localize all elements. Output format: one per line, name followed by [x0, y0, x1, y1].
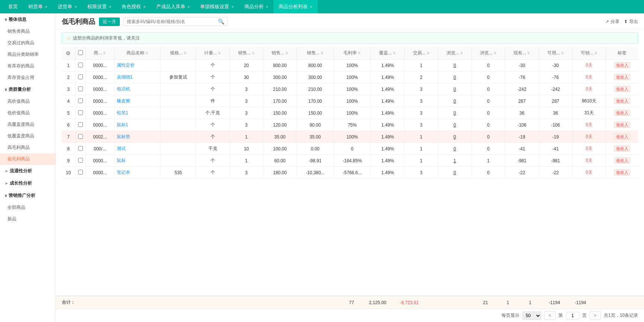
- row-sales-qty-7: 10: [230, 143, 263, 155]
- row-checkbox-8[interactable]: [75, 155, 86, 167]
- sidebar-group-liquidity[interactable]: ＞ 流通性分析: [0, 165, 55, 177]
- col-views2[interactable]: 浏览...⇅: [472, 47, 505, 60]
- sidebar-item-high-margin[interactable]: 高毛利商品: [0, 142, 55, 153]
- row-views1-5[interactable]: 0: [438, 119, 471, 131]
- nav-item-purchase[interactable]: 进货单 ×: [52, 0, 82, 13]
- search-input[interactable]: [127, 19, 218, 24]
- sidebar-item-category-rate[interactable]: 商品分类助销率: [0, 49, 55, 60]
- nav-close-sales[interactable]: ×: [45, 0, 47, 13]
- page-size-select[interactable]: 50 100 200: [522, 312, 541, 320]
- page-number-input[interactable]: [566, 312, 579, 319]
- nav-close-permissions[interactable]: ×: [109, 0, 111, 13]
- sidebar-item-sales-products[interactable]: 销售类商品: [0, 26, 55, 37]
- col-sales-qty[interactable]: 销售...⇅: [230, 47, 263, 60]
- export-button[interactable]: ⬆ 导出: [624, 19, 638, 25]
- nav-item-roles[interactable]: 角色授权 ×: [116, 0, 151, 13]
- row-name-0[interactable]: 属性定价: [114, 60, 160, 71]
- sidebar-item-high-coverage[interactable]: 高覆盖度商品: [0, 119, 55, 130]
- nav-close-product-warehouse[interactable]: ×: [188, 0, 190, 13]
- row-checkbox-2[interactable]: [75, 83, 86, 95]
- row-checkbox-7[interactable]: [75, 143, 86, 155]
- sidebar-group-overview[interactable]: ∨ 整体信息: [0, 13, 55, 26]
- nav-item-template[interactable]: 单据模板设置 ×: [195, 0, 239, 13]
- col-sales-amount[interactable]: 销售...⇅: [297, 47, 334, 60]
- col-sellable[interactable]: 可销...⇅: [572, 47, 606, 60]
- col-unit[interactable]: 计量...⇅: [196, 47, 230, 60]
- col-tag[interactable]: 标签: [606, 47, 638, 60]
- nav-item-product-list[interactable]: 商品分析列表 ×: [273, 0, 317, 13]
- col-code[interactable]: 商...⇅: [86, 47, 114, 60]
- col-available[interactable]: 可用...⇅: [539, 47, 572, 60]
- row-checkbox-9[interactable]: [75, 167, 86, 179]
- sidebar-item-new-products[interactable]: 新品: [0, 213, 55, 225]
- row-views1-1[interactable]: 0: [438, 71, 471, 83]
- row-name-2[interactable]: 电话机: [114, 83, 160, 95]
- search-icon[interactable]: 🔍: [218, 19, 224, 25]
- sidebar-item-all-products[interactable]: 全部商品: [0, 202, 55, 213]
- next-page-btn[interactable]: ＞: [590, 311, 601, 320]
- nav-close-roles[interactable]: ×: [143, 0, 145, 13]
- select-all-checkbox[interactable]: [78, 50, 83, 55]
- sidebar-item-low-margin[interactable]: 低毛利商品: [0, 153, 55, 165]
- row-checkbox-5[interactable]: [75, 119, 86, 131]
- sidebar-group-growth[interactable]: ＞ 成长性分析: [0, 177, 55, 189]
- nav-close-product-analysis[interactable]: ×: [266, 0, 268, 13]
- nav-close-purchase[interactable]: ×: [74, 0, 77, 13]
- row-views1-2[interactable]: 0: [438, 83, 471, 95]
- nav-item-permissions[interactable]: 权限设置 ×: [82, 0, 116, 13]
- row-checkbox-6[interactable]: [75, 131, 86, 143]
- row-views1-7[interactable]: 0: [438, 143, 471, 155]
- row-name-6[interactable]: 鼠标垫: [114, 131, 160, 143]
- nav-close-product-list[interactable]: ×: [310, 0, 312, 13]
- row-views1-4[interactable]: 0: [438, 107, 471, 119]
- row-name-7[interactable]: 测试: [114, 143, 160, 155]
- row-checkbox-3[interactable]: [75, 95, 86, 107]
- col-name[interactable]: 商品名称⇅: [114, 47, 160, 60]
- col-sales-price[interactable]: 销售...⇅: [263, 47, 297, 60]
- row-views1-0[interactable]: 0: [438, 60, 471, 71]
- settings-icon[interactable]: ⚙: [66, 50, 71, 56]
- sidebar-item-high-value[interactable]: 高价值商品: [0, 96, 55, 107]
- nav-item-home[interactable]: 首页: [3, 0, 23, 13]
- nav-item-product-analysis[interactable]: 商品分析 ×: [239, 0, 273, 13]
- sidebar-group-marketing[interactable]: ∨ 营销推广分析: [0, 189, 55, 202]
- sidebar-item-capital[interactable]: 库存资金占用: [0, 72, 55, 83]
- row-name-1[interactable]: 吴细细1: [114, 71, 160, 83]
- row-name-8[interactable]: 鼠标: [114, 155, 160, 167]
- sidebar-group-cluster[interactable]: ∨ 类群量分析: [0, 83, 55, 96]
- total-available: -1194: [567, 300, 593, 305]
- sidebar-item-traded-products[interactable]: 交易过的商品: [0, 37, 55, 49]
- sidebar-item-low-coverage[interactable]: 低覆盖度商品: [0, 130, 55, 142]
- row-checkbox-4[interactable]: [75, 107, 86, 119]
- row-coverage-5: 1.49%: [371, 119, 404, 131]
- footer-total: 合计： 77 2,125.00 -8,723.91 21 1 1 -1194 -…: [56, 296, 644, 309]
- col-coverage[interactable]: 覆盖...⇅: [371, 47, 404, 60]
- row-unit-2: 个: [196, 83, 230, 95]
- nav-item-product-warehouse[interactable]: 产成品入库单 ×: [151, 0, 195, 13]
- col-transactions[interactable]: 交易...⇅: [404, 47, 438, 60]
- col-spec[interactable]: 规格...⇅: [161, 47, 196, 60]
- row-name-9[interactable]: 笔记本: [114, 167, 160, 179]
- row-checkbox-0[interactable]: [75, 60, 86, 71]
- row-views1-6[interactable]: 0: [438, 131, 471, 143]
- nav-close-template[interactable]: ×: [231, 0, 234, 13]
- sidebar-item-stock-products[interactable]: 有库存的商品: [0, 60, 55, 72]
- col-current-stock[interactable]: 现有...⇅: [505, 47, 539, 60]
- sidebar-item-low-value[interactable]: 低价值商品: [0, 107, 55, 119]
- row-current-stock-2: -242: [505, 83, 539, 95]
- nav-item-sales[interactable]: 销货单 ×: [23, 0, 52, 13]
- row-name-4[interactable]: 铅笔1: [114, 107, 160, 119]
- row-views1-3[interactable]: 0: [438, 95, 471, 107]
- row-unit-4: 个,千克: [196, 107, 230, 119]
- col-settings[interactable]: ⚙: [62, 47, 75, 60]
- row-name-5[interactable]: 鼠标1: [114, 119, 160, 131]
- row-views1-8[interactable]: 1: [438, 155, 471, 167]
- prev-page-btn[interactable]: ＜: [544, 311, 555, 320]
- col-gross-margin[interactable]: 毛利率⇅: [334, 47, 371, 60]
- row-name-3[interactable]: 橡皮擦: [114, 95, 160, 107]
- row-views1-9[interactable]: 0: [438, 167, 471, 179]
- filter-btn-month[interactable]: 近一月: [99, 17, 120, 26]
- share-button[interactable]: ↗ 分享: [605, 19, 619, 25]
- row-checkbox-1[interactable]: [75, 71, 86, 83]
- col-views1[interactable]: 浏览...⇅: [438, 47, 471, 60]
